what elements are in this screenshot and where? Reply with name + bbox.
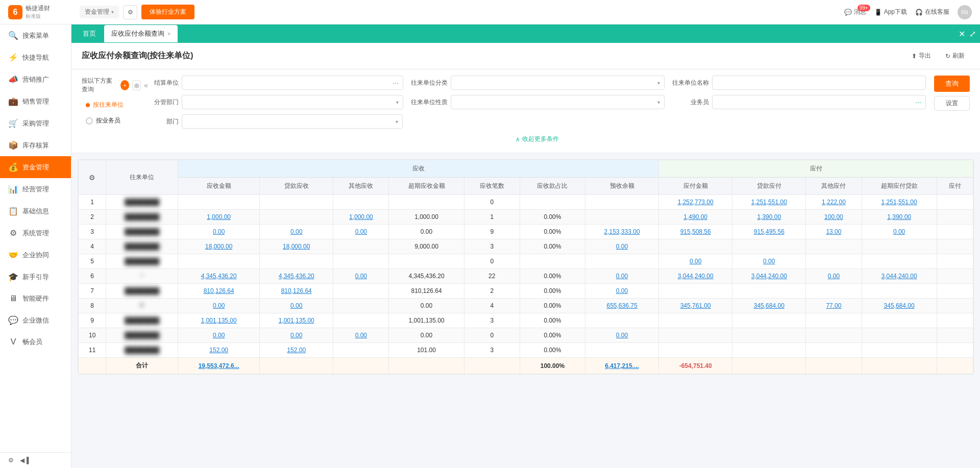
td-dkys-3[interactable]: 18,000.00 bbox=[260, 239, 333, 254]
td-dkys-10[interactable]: 152.00 bbox=[260, 343, 333, 358]
sidebar-item-1[interactable]: ⚡ 快捷导航 bbox=[0, 46, 71, 68]
td-ysje-7[interactable]: 0.00 bbox=[178, 299, 260, 313]
td-qtyf-9[interactable] bbox=[806, 328, 862, 343]
td-cqyfdk-2[interactable]: 0.00 bbox=[862, 225, 937, 239]
dept-charge-select[interactable]: ▾ bbox=[182, 95, 403, 109]
td-dkys-4[interactable] bbox=[260, 254, 333, 269]
close-window-icon[interactable]: ✕ bbox=[959, 29, 965, 39]
td-cqyfdk-6[interactable] bbox=[862, 284, 937, 299]
td-dkys-6[interactable]: 810,126.64 bbox=[260, 284, 333, 299]
td-yfje-1[interactable]: 1,490.00 bbox=[659, 210, 732, 225]
td-qtys-9[interactable]: 0.00 bbox=[333, 328, 389, 343]
sidebar-item-11[interactable]: 🎓 新手引导 bbox=[0, 266, 71, 288]
sidebar-item-5[interactable]: 📦 库存核算 bbox=[0, 134, 71, 156]
td-qtyf-1[interactable]: 100.00 bbox=[806, 210, 862, 225]
td-yfje-4[interactable]: 0.00 bbox=[659, 254, 732, 269]
td-qtyf-0[interactable]: 1,222.00 bbox=[806, 195, 862, 210]
query-button[interactable]: 查询 bbox=[934, 76, 970, 92]
app-download-button[interactable]: 📱 App下载 bbox=[874, 8, 907, 16]
td-ysye-4[interactable] bbox=[585, 254, 658, 269]
td-dkys-0[interactable] bbox=[260, 195, 333, 210]
tab-1[interactable]: 应收应付余额查询× bbox=[104, 25, 178, 42]
td-ysje-10[interactable]: 152.00 bbox=[178, 343, 260, 358]
td-yfje-7[interactable]: 345,761.00 bbox=[659, 299, 732, 313]
td-yfje-0[interactable]: 1,252,773.00 bbox=[659, 195, 732, 210]
td-yfje-2[interactable]: 915,508.56 bbox=[659, 225, 732, 239]
td-yfje-3[interactable] bbox=[659, 239, 732, 254]
td-ysje-6[interactable]: 810,126.64 bbox=[178, 284, 260, 299]
sidebar-item-7[interactable]: 📊 经营管理 bbox=[0, 178, 71, 200]
td-ysye-3[interactable]: 0.00 bbox=[585, 239, 658, 254]
td-dkyf-2[interactable]: 915,495.56 bbox=[732, 225, 806, 239]
td-yfje-9[interactable] bbox=[659, 328, 732, 343]
td-qtys-5[interactable]: 0.00 bbox=[333, 269, 389, 284]
td-ysje-2[interactable]: 0.00 bbox=[178, 225, 260, 239]
sidebar-item-0[interactable]: 🔍 搜索菜单 bbox=[0, 24, 71, 46]
td-dkyf-9[interactable] bbox=[732, 328, 806, 343]
unit-name-input[interactable] bbox=[712, 76, 926, 90]
td-cqyfdk-8[interactable] bbox=[862, 313, 937, 328]
sidebar-item-12[interactable]: 🖥 智能硬件 bbox=[0, 288, 71, 309]
export-button[interactable]: ⬆ 导出 bbox=[906, 49, 936, 63]
td-ysje-3[interactable]: 18,000.00 bbox=[178, 239, 260, 254]
td-qtys-0[interactable] bbox=[333, 195, 389, 210]
filter-collapse-icon[interactable]: « bbox=[144, 81, 148, 89]
user-avatar[interactable]: Rit bbox=[958, 5, 972, 19]
td-qtyf-4[interactable] bbox=[806, 254, 862, 269]
unit-category-select[interactable]: ▾ bbox=[451, 76, 665, 90]
td-qtyf-7[interactable]: 77.00 bbox=[806, 299, 862, 313]
notification-button[interactable]: 💬 消息 99+ bbox=[844, 8, 866, 16]
td-dkyf-8[interactable] bbox=[732, 313, 806, 328]
td-dkyf-10[interactable] bbox=[732, 343, 806, 358]
salesman-input[interactable]: ··· bbox=[712, 95, 926, 109]
td-cqyfdk-0[interactable]: 1,251,551.00 bbox=[862, 195, 937, 210]
td-ysye-7[interactable]: 655,636.75 bbox=[585, 299, 658, 313]
td-ysje-0[interactable] bbox=[178, 195, 260, 210]
td-cqyfdk-7[interactable]: 345,684.00 bbox=[862, 299, 937, 313]
sidebar-item-13[interactable]: 💬 企业微信 bbox=[0, 309, 71, 331]
td-dkyf-3[interactable] bbox=[732, 239, 806, 254]
td-qtys-4[interactable] bbox=[333, 254, 389, 269]
collapse-button[interactable]: ∧ 收起更多条件 bbox=[507, 132, 567, 146]
online-support-button[interactable]: 🎧 在线客服 bbox=[915, 8, 949, 16]
td-yfje-8[interactable] bbox=[659, 313, 732, 328]
td-yfje-6[interactable] bbox=[659, 284, 732, 299]
td-dkyf-0[interactable]: 1,251,551.00 bbox=[732, 195, 806, 210]
filter-nav-by-salesman[interactable]: 按业务员 bbox=[82, 114, 148, 128]
gear-button[interactable]: ⚙ bbox=[123, 5, 137, 19]
td-dkys-9[interactable]: 0.00 bbox=[260, 328, 333, 343]
td-ysye-5[interactable]: 0.00 bbox=[585, 269, 658, 284]
td-qtyf-3[interactable] bbox=[806, 239, 862, 254]
td-qtyf-2[interactable]: 13.00 bbox=[806, 225, 862, 239]
td-ysje-5[interactable]: 4,345,436.20 bbox=[178, 269, 260, 284]
td-ysye-10[interactable] bbox=[585, 343, 658, 358]
tab-0[interactable]: 首页 bbox=[76, 25, 103, 42]
breadcrumb[interactable]: 资金管理 ▾ bbox=[80, 6, 119, 18]
refresh-button[interactable]: ↻ 刷新 bbox=[940, 49, 970, 63]
td-cqyfdk-9[interactable] bbox=[862, 328, 937, 343]
td-ysje-4[interactable] bbox=[178, 254, 260, 269]
td-qtyf-5[interactable]: 0.00 bbox=[806, 269, 862, 284]
td-ysye-8[interactable] bbox=[585, 313, 658, 328]
sidebar-item-14[interactable]: V 畅会员 bbox=[0, 331, 71, 353]
solution-button[interactable]: 体验行业方案 bbox=[141, 5, 194, 19]
td-dkyf-7[interactable]: 345,684.00 bbox=[732, 299, 806, 313]
td-dkyf-5[interactable]: 3,044,240.00 bbox=[732, 269, 806, 284]
td-cqyfdk-10[interactable] bbox=[862, 343, 937, 358]
td-qtys-10[interactable] bbox=[333, 343, 389, 358]
td-qtyf-8[interactable] bbox=[806, 313, 862, 328]
td-dkys-1[interactable] bbox=[260, 210, 333, 225]
td-qtys-2[interactable]: 0.00 bbox=[333, 225, 389, 239]
sidebar-item-2[interactable]: 📣 营销推广 bbox=[0, 68, 71, 90]
sidebar-item-3[interactable]: 💼 销售管理 bbox=[0, 90, 71, 112]
td-dkyf-1[interactable]: 1,390.00 bbox=[732, 210, 806, 225]
td-ysje-9[interactable]: 0.00 bbox=[178, 328, 260, 343]
td-ysye-6[interactable]: 0.00 bbox=[585, 284, 658, 299]
footer-ysye[interactable]: 6,417,215.... bbox=[585, 358, 658, 374]
td-ysye-0[interactable] bbox=[585, 195, 658, 210]
td-dkyf-4[interactable]: 0.00 bbox=[732, 254, 806, 269]
td-dkyf-6[interactable] bbox=[732, 284, 806, 299]
td-ysye-9[interactable]: 0.00 bbox=[585, 328, 658, 343]
sidebar-settings-icon[interactable]: ⚙ bbox=[8, 457, 14, 464]
td-qtyf-6[interactable] bbox=[806, 284, 862, 299]
